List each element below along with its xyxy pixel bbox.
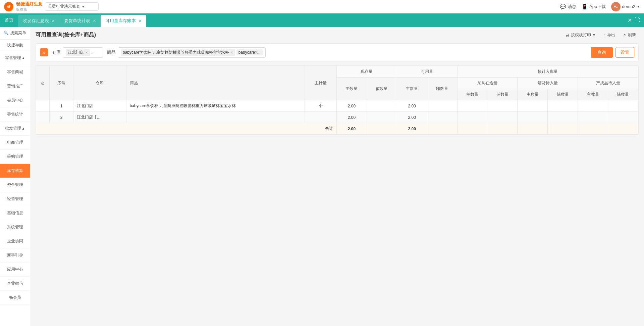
warehouse-input[interactable]: 江北门店 ✕ ... [63,47,103,58]
user-profile[interactable]: Ea demo2 ▼ [611,2,640,11]
page-content: 可用量查询(按仓库+商品) 🖨 按模板打印 ▼ ↑ 导出 ↻ 刷新 [30,27,644,326]
filter-actions: 查询 设置 [591,47,634,58]
sidebar-item-enterprise[interactable]: 企业协同 [0,234,30,248]
page-title-bar: 可用量查询(按仓库+商品) 🖨 按模板打印 ▼ ↑ 导出 ↻ 刷新 [36,31,639,39]
product-tag-1-label: babycare学饮杯 儿童防摔防撞吸管杯重力球吸嘴杯宝宝水杯 [123,50,229,55]
tab-receive-send-close[interactable]: ✕ [52,19,55,23]
footer-total-row: 合计 2.00 2.00 [36,123,638,135]
print-label: 按模板打印 [571,32,591,38]
sidebar-item-retail-mgmt[interactable]: 零售管理 ▲ [0,51,30,65]
tab-available-stock-close[interactable]: ✕ [139,19,142,23]
sidebar-item-ecommerce[interactable]: 电商管理 [0,136,30,150]
sidebar-search-label: 搜索菜单 [10,31,26,35]
user-chevron-icon: ▼ [637,5,640,8]
footer-pur-transit-main-total [457,123,487,135]
query-button[interactable]: 查询 [591,47,613,58]
sidebar-item-app-center[interactable]: 应用中心 [0,263,30,277]
header-right: 💬 消息 📱 App下载 Ea demo2 ▼ [560,2,640,11]
sidebar-basic-info-label: 基础信息 [7,210,23,216]
table-row: 2 江北门店【... 2.00 2.00 [36,112,638,123]
close-all-tabs-icon[interactable]: ✕ [628,17,632,24]
cell-gear-0 [36,100,50,112]
sidebar-item-new-guide[interactable]: 新手引导 [0,248,30,263]
wholesale-mgmt-arrow-icon: ▲ [22,127,25,130]
account-dropdown[interactable]: 母婴行业演示账套 ▼ [45,2,99,11]
cell-pur-transit-aux-0 [487,100,518,112]
export-button[interactable]: ↑ 导出 [601,31,618,39]
sidebar-quick-nav[interactable]: 快捷导航 [0,40,30,51]
quick-nav-label: 快捷导航 [7,43,23,47]
cell-product-0: babycare学饮杯 儿童防摔防撞吸管杯重力球吸嘴杯宝宝水杯 [126,100,305,112]
sidebar-item-retail-stat[interactable]: 零售统计 [0,107,30,122]
message-label: 消息 [568,4,576,10]
cell-stock-aux-1 [367,112,397,123]
sidebar-item-basic-info[interactable]: 基础信息 [0,206,30,220]
th-stock-group: 现存量 [336,66,397,78]
cell-unit-1 [305,112,337,123]
cell-seq-0: 1 [50,100,73,112]
tab-available-stock-label: 可用量库存账本 [105,18,136,24]
sidebar-item-finance[interactable]: 资金管理 [0,178,30,192]
sidebar-item-retail-store[interactable]: 零售商城 [0,65,30,79]
cell-avail-main-1: 2.00 [397,112,427,123]
tab-order-stat-label: 要货单统计表 [64,18,90,24]
filter-row: » 仓库 江北门店 ✕ ... 商品 [36,43,639,61]
tab-available-stock[interactable]: 可用量库存账本 ✕ [101,15,146,27]
tab-receive-send[interactable]: 收发存汇总表 ✕ [18,15,59,27]
expand-filter-icon: » [43,49,46,55]
expand-icon[interactable]: ⛶ [635,17,640,23]
tab-home[interactable]: 首页 [0,13,18,27]
sidebar-item-member-app[interactable]: 畅会员 [0,291,30,305]
footer-pur-transit-aux-total [487,123,518,135]
sidebar-item-marketing[interactable]: 营销推广 [0,79,30,93]
sidebar-search[interactable]: 🔍 搜索菜单 [0,27,30,40]
account-label: 母婴行业演示账套 [48,4,80,9]
toolbar-right: 🖨 按模板打印 ▼ ↑ 导出 ↻ 刷新 [563,31,639,39]
footer-stock-main-total: 2.00 [336,123,367,135]
content-area: 可用量查询(按仓库+商品) 🖨 按模板打印 ▼ ↑ 导出 ↻ 刷新 [30,27,644,326]
th-available-group: 可用量 [397,66,457,78]
product-input[interactable]: babycare学饮杯 儿童防摔防撞吸管杯重力球吸嘴杯宝宝水杯 ✕ babyca… [118,47,266,58]
message-button[interactable]: 💬 消息 [560,4,576,10]
sidebar-item-member[interactable]: 会员中心 [0,93,30,107]
app-download-button[interactable]: 📱 App下载 [582,4,606,10]
tab-order-stat-close[interactable]: ✕ [93,19,96,23]
app-download-label: App下载 [589,4,606,10]
sidebar-inventory-label: 库存核算 [7,168,23,174]
settings-button[interactable]: 设置 [615,47,634,58]
sidebar-sys-mgmt-label: 系统管理 [7,224,23,230]
sidebar-item-ops-mgmt[interactable]: 经营管理 [0,192,30,206]
sidebar-finance-label: 资金管理 [7,182,23,188]
th-stock-main: 主数量 [336,78,367,100]
warehouse-tag-remove-icon[interactable]: ✕ [85,51,88,54]
filter-expand-button[interactable]: » [40,48,48,56]
sidebar: 🔍 搜索菜单 快捷导航 零售管理 ▲ 零售商城 营销推广 会员中心 零售统计 批… [0,27,30,326]
sidebar-item-inventory[interactable]: 库存核算 [0,164,30,178]
print-button[interactable]: 🖨 按模板打印 ▼ [563,31,598,39]
product-tag-1: babycare学饮杯 儿童防摔防撞吸管杯重力球吸嘴杯宝宝水杯 ✕ [121,49,235,56]
sidebar-enterprise-label: 企业协同 [7,238,23,244]
logo-area: 好 畅捷通好生意 标准版 母婴行业演示账套 ▼ [4,1,99,12]
sidebar-item-purchase[interactable]: 采购管理 [0,150,30,164]
product-tag-2-label: babycare?... [238,50,261,55]
cell-gear-1 [36,112,50,123]
product-tag-2: babycare?... [236,49,263,55]
cell-incoming-aux-0 [548,100,578,112]
sidebar-item-enterprise-wechat[interactable]: 企业微信 [0,277,30,291]
sidebar-item-wholesale-mgmt[interactable]: 批发管理 ▲ [0,122,30,136]
product-tag-1-remove-icon[interactable]: ✕ [230,51,233,54]
retail-mgmt-arrow-icon: ▲ [22,56,25,60]
cell-product-1 [126,112,305,123]
data-table: ⚙ 序号 仓库 商品 主计量 现存量 可用量 预计入库量 主数量 [36,66,638,135]
refresh-button[interactable]: ↻ 刷新 [621,31,639,39]
cell-pur-transit-aux-1 [487,112,518,123]
settings-icon[interactable]: ⚙ [41,81,45,86]
tab-order-stat[interactable]: 要货单统计表 ✕ [59,15,101,27]
warehouse-more-indicator[interactable]: ... [91,50,95,55]
sidebar-ops-mgmt-label: 经营管理 [7,196,23,202]
cell-warehouse-1: 江北门店【... [73,112,126,123]
cell-stock-main-1: 2.00 [336,112,367,123]
sidebar-item-sys-mgmt[interactable]: 系统管理 [0,220,30,234]
product-filter: 商品 babycare学饮杯 儿童防摔防撞吸管杯重力球吸嘴杯宝宝水杯 ✕ bab… [107,47,266,58]
cell-incoming-aux-1 [548,112,578,123]
